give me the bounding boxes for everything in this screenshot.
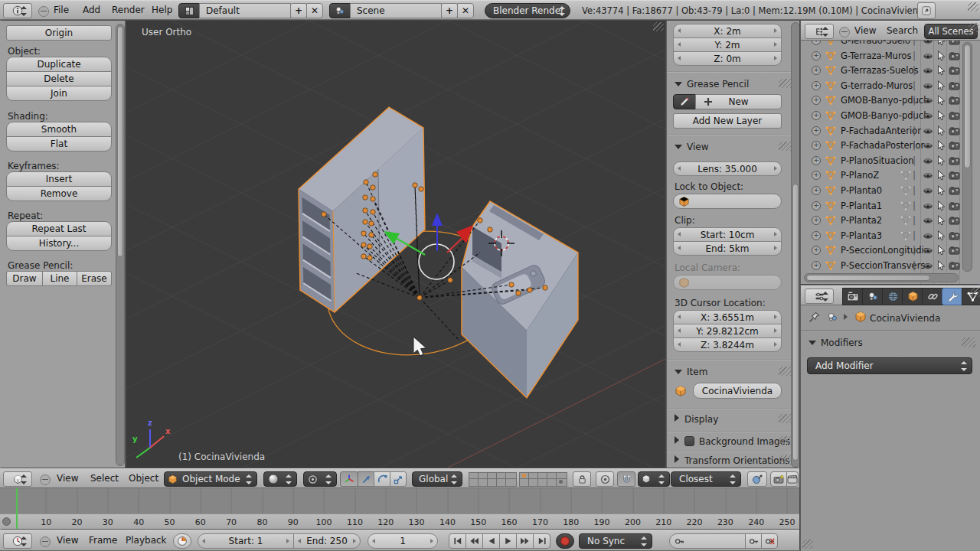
breadcrumb-object-name[interactable]: CocinaVivienda (870, 313, 940, 324)
visibility-eye-icon[interactable] (923, 217, 933, 224)
menu-search[interactable]: Search (887, 21, 918, 41)
selectability-cursor-icon[interactable] (936, 245, 946, 256)
cursor-x-slider[interactable]: X: 3.6551m (673, 310, 782, 324)
flat-button[interactable]: Flat (6, 136, 112, 152)
jump-to-start-button[interactable] (449, 533, 466, 549)
visibility-eye-icon[interactable] (923, 97, 933, 104)
snap-target-dropdown[interactable]: Closest (671, 471, 741, 487)
keying-set-field[interactable] (669, 533, 746, 549)
panel-drag-grip[interactable] (779, 436, 791, 445)
editor-type-button-3dview[interactable] (3, 471, 32, 487)
preview-range-toggle[interactable] (173, 533, 191, 549)
origin-button[interactable]: Origin (6, 25, 112, 41)
renderability-camera-icon[interactable] (949, 246, 960, 255)
display-panel-header[interactable]: Display (675, 414, 718, 425)
outliner-row[interactable]: + G-Terraza-Muros | (801, 48, 980, 64)
snap-toggle-button[interactable] (617, 471, 635, 487)
add-modifier-dropdown[interactable]: Add Modifier (807, 357, 972, 374)
delete-scene-button[interactable]: ✕ (457, 3, 474, 18)
view-panel-header[interactable]: View (675, 142, 708, 152)
outliner-row[interactable]: + P-SeccionLongitudin | (801, 243, 980, 258)
tab-render[interactable] (842, 288, 864, 305)
renderability-camera-icon[interactable] (949, 51, 960, 60)
opengl-render-anim-button[interactable] (786, 471, 799, 487)
expand-icon[interactable]: + (812, 81, 821, 90)
outliner-row[interactable]: + G-terrado-Muros | (801, 78, 980, 93)
play-button[interactable] (499, 533, 517, 549)
outliner-row[interactable]: + G-Terrazas-Suelos | (801, 63, 980, 78)
tool-shelf-scrollbar[interactable] (116, 24, 125, 466)
pivot-point-dropdown[interactable] (303, 471, 337, 487)
menu-frame[interactable]: Frame (89, 531, 117, 550)
outliner-row[interactable]: + P-PlanoSituacion | (801, 153, 980, 168)
history-button[interactable]: History... (6, 236, 112, 251)
corner-grip[interactable] (968, 2, 978, 11)
corner-grip[interactable] (802, 540, 813, 549)
cursor-y-slider[interactable]: Y: 29.8212cm (673, 324, 782, 338)
lock-object-field[interactable] (673, 194, 782, 209)
record-button[interactable] (556, 533, 574, 549)
selectability-cursor-icon[interactable] (936, 260, 946, 271)
renderability-camera-icon[interactable] (949, 216, 960, 225)
menu-render[interactable]: Render (112, 1, 145, 20)
tab-scene[interactable] (862, 288, 884, 305)
duplicate-button[interactable]: Duplicate (6, 57, 112, 72)
render-engine-dropdown[interactable]: Blender Render (485, 3, 570, 18)
selectability-cursor-icon[interactable] (936, 201, 946, 211)
collapse-menus-button[interactable] (40, 474, 51, 485)
selectability-cursor-icon[interactable] (936, 185, 946, 196)
gp-erase-button[interactable]: Erase (77, 271, 112, 286)
renderability-camera-icon[interactable] (949, 186, 960, 195)
panel-drag-grip[interactable] (779, 455, 791, 465)
screen-layout-icon-button[interactable] (178, 3, 200, 18)
menu-object[interactable]: Object (129, 469, 158, 488)
breadcrumb-scene-icon[interactable] (827, 311, 838, 323)
expand-icon[interactable]: + (812, 66, 821, 75)
visibility-eye-icon[interactable] (923, 142, 933, 149)
editor-type-button-timeline[interactable] (3, 533, 32, 549)
clip-start-slider[interactable]: Start: 10cm (673, 227, 782, 242)
outliner-h-scrollbar[interactable] (804, 273, 959, 282)
panel-drag-grip[interactable] (779, 414, 791, 423)
gp-new-button[interactable]: New (695, 94, 782, 109)
expand-icon[interactable]: + (812, 216, 821, 225)
outliner-row[interactable]: + GMOB-Banyo-pduch | (801, 108, 980, 123)
expand-icon[interactable]: + (812, 111, 821, 120)
panel-drag-grip[interactable] (779, 142, 791, 151)
renderability-camera-icon[interactable] (949, 261, 960, 270)
menu-select[interactable]: Select (90, 469, 119, 488)
outliner-row[interactable]: + P-Planta0 | (801, 183, 980, 198)
insert-keyframe-button[interactable]: Insert (6, 171, 112, 187)
scrollbar-thumb[interactable] (117, 26, 123, 257)
gp-draw-mode-button[interactable] (673, 94, 696, 109)
visibility-eye-icon[interactable] (923, 247, 933, 254)
local-camera-field[interactable] (673, 275, 782, 290)
gp-line-button[interactable]: Line (42, 271, 77, 286)
clip-end-slider[interactable]: End: 5km (673, 241, 782, 256)
outliner-row[interactable]: + P-Planta1 | (801, 198, 980, 214)
expand-icon[interactable]: + (812, 126, 821, 135)
delete-keyframe-key-button[interactable] (761, 533, 778, 549)
scrollbar-thumb[interactable] (792, 184, 799, 461)
outliner-row[interactable]: + P-FachadaAnterior | (801, 123, 980, 139)
menu-file[interactable]: File (54, 1, 69, 20)
corner-grip[interactable] (969, 23, 979, 32)
remove-keyframe-button[interactable]: Remove (6, 186, 112, 201)
expand-icon[interactable]: + (812, 51, 821, 60)
selectability-cursor-icon[interactable] (936, 155, 946, 166)
panel-drag-grip[interactable] (779, 79, 791, 88)
viewport-shading-dropdown[interactable] (263, 471, 297, 487)
visibility-eye-icon[interactable] (923, 128, 933, 135)
opengl-render-image-button[interactable] (770, 471, 787, 487)
renderability-camera-icon[interactable] (949, 66, 960, 75)
corner-grip[interactable] (653, 22, 664, 31)
modifiers-panel-header[interactable]: Modifiers (808, 337, 863, 348)
checkbox-unchecked[interactable] (684, 436, 694, 446)
renderability-camera-icon[interactable] (949, 231, 960, 240)
tab-world[interactable] (882, 288, 903, 305)
next-keyframe-button[interactable] (516, 533, 534, 549)
scene-icon-button[interactable] (329, 3, 351, 18)
visibility-eye-icon[interactable] (923, 53, 933, 60)
expand-icon[interactable]: + (812, 171, 821, 180)
ruler-slider-knob[interactable] (2, 517, 11, 526)
